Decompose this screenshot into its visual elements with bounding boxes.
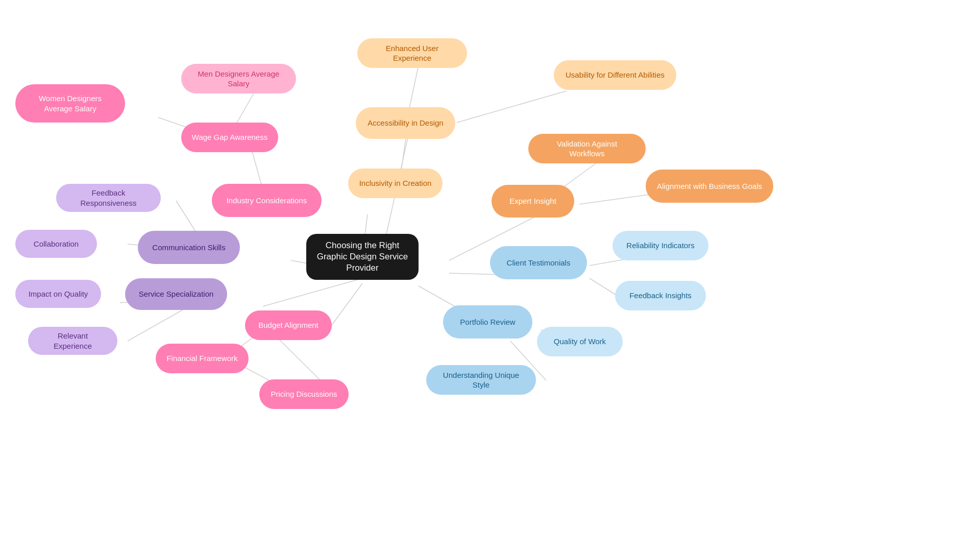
svg-line-23 [590, 259, 628, 266]
center-node[interactable]: Choosing the Right Graphic Design Servic… [306, 234, 419, 280]
pricing-discussions-node[interactable]: Pricing Discussions [259, 379, 349, 409]
feedback-insights-label: Feedback Insights [629, 291, 692, 301]
impact-quality-node[interactable]: Impact on Quality [15, 280, 101, 308]
unique-style-node[interactable]: Understanding Unique Style [426, 365, 536, 395]
expert-insight-label: Expert Insight [509, 196, 556, 206]
relevant-experience-label: Relevant Experience [38, 331, 107, 351]
feedback-insights-node[interactable]: Feedback Insights [615, 281, 706, 310]
validation-node[interactable]: Validation Against Workflows [528, 134, 646, 163]
svg-line-22 [579, 194, 653, 204]
budget-alignment-label: Budget Alignment [258, 320, 318, 330]
inclusivity-label: Inclusivity in Creation [359, 178, 432, 188]
quality-work-label: Quality of Work [554, 336, 606, 347]
communication-skills-node[interactable]: Communication Skills [138, 231, 240, 264]
reliability-label: Reliability Indicators [626, 241, 694, 251]
enhanced-ux-node[interactable]: Enhanced User Experience [357, 38, 467, 68]
expert-insight-node[interactable]: Expert Insight [492, 185, 574, 218]
usability-label: Usability for Different Abilities [566, 70, 665, 80]
enhanced-ux-label: Enhanced User Experience [368, 43, 457, 63]
collaboration-label: Collaboration [34, 239, 79, 249]
industry-considerations-node[interactable]: Industry Considerations [212, 184, 322, 217]
reliability-node[interactable]: Reliability Indicators [612, 231, 708, 260]
relevant-experience-node[interactable]: Relevant Experience [28, 327, 117, 355]
client-testimonials-node[interactable]: Client Testimonials [490, 246, 587, 279]
alignment-business-node[interactable]: Alignment with Business Goals [646, 170, 773, 203]
men-salary-node[interactable]: Men Designers Average Salary [181, 64, 296, 93]
center-label: Choosing the Right Graphic Design Servic… [316, 240, 408, 274]
men-salary-label: Men Designers Average Salary [191, 69, 286, 89]
feedback-responsiveness-label: Feedback Responsiveness [66, 188, 151, 208]
women-salary-node[interactable]: Women Designers Average Salary [15, 84, 125, 123]
financial-framework-label: Financial Framework [166, 353, 237, 364]
service-specialization-label: Service Specialization [139, 289, 214, 299]
service-specialization-node[interactable]: Service Specialization [125, 278, 227, 310]
pricing-discussions-label: Pricing Discussions [271, 389, 337, 399]
feedback-responsiveness-node[interactable]: Feedback Responsiveness [56, 184, 161, 212]
quality-work-node[interactable]: Quality of Work [537, 327, 623, 356]
communication-skills-label: Communication Skills [152, 243, 225, 253]
usability-node[interactable]: Usability for Different Abilities [554, 60, 676, 90]
client-testimonials-label: Client Testimonials [507, 258, 571, 268]
portfolio-review-node[interactable]: Portfolio Review [443, 305, 532, 339]
accessibility-design-label: Accessibility in Design [368, 118, 443, 128]
wage-gap-label: Wage Gap Awareness [192, 132, 267, 142]
women-salary-label: Women Designers Average Salary [26, 93, 115, 113]
wage-gap-node[interactable]: Wage Gap Awareness [181, 123, 278, 152]
impact-quality-label: Impact on Quality [29, 289, 88, 299]
budget-alignment-node[interactable]: Budget Alignment [245, 310, 332, 340]
unique-style-label: Understanding Unique Style [436, 370, 526, 390]
portfolio-review-label: Portfolio Review [460, 317, 515, 327]
financial-framework-node[interactable]: Financial Framework [156, 344, 249, 373]
accessibility-design-node[interactable]: Accessibility in Design [356, 107, 455, 139]
svg-line-20 [457, 91, 567, 123]
alignment-business-label: Alignment with Business Goals [657, 181, 762, 191]
svg-line-2 [263, 278, 362, 306]
industry-considerations-label: Industry Considerations [227, 196, 307, 206]
collaboration-node[interactable]: Collaboration [15, 230, 97, 258]
validation-label: Validation Against Workflows [538, 139, 635, 159]
inclusivity-node[interactable]: Inclusivity in Creation [348, 169, 443, 198]
svg-line-14 [128, 306, 189, 341]
